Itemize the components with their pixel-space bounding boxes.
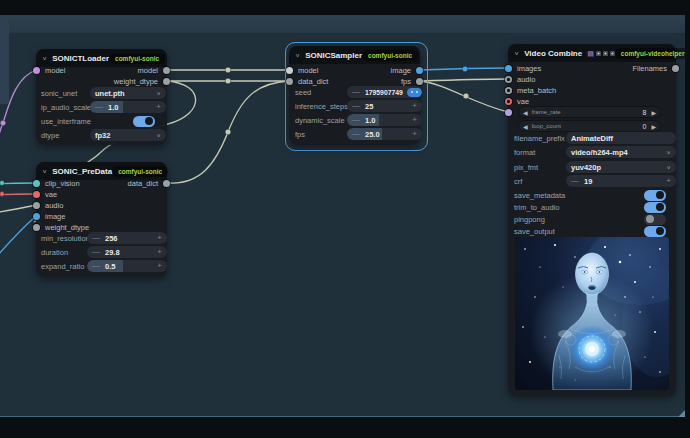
output-data-dict[interactable]: data_dict — [128, 178, 170, 188]
socket-dot[interactable] — [505, 98, 512, 105]
widget-trim-to-audio[interactable]: trim_to_audio — [514, 201, 670, 213]
chevron-down-icon[interactable]: ∨ — [156, 132, 161, 138]
chevron-down-icon[interactable]: ∨ — [156, 90, 161, 96]
decrement-icon[interactable]: — — [95, 102, 103, 112]
collapse-icon[interactable]: ∨ — [514, 50, 519, 56]
output-image[interactable]: image — [391, 65, 423, 75]
output-fps[interactable]: fps — [401, 76, 423, 86]
triangle-right-icon[interactable]: ▶ — [651, 109, 656, 116]
input-image[interactable]: image — [33, 211, 65, 221]
input-frame-rate-socket[interactable] — [505, 107, 517, 117]
increment-icon[interactable]: + — [156, 102, 161, 112]
socket-dot[interactable] — [163, 78, 170, 85]
node-video-combine[interactable]: ∨ Video Combine ▤ comfyui-videohelpersui… — [508, 44, 676, 396]
widget-crf[interactable]: crf — 19 + — [514, 175, 670, 187]
widget-ip-audio-scale[interactable]: ip_audio_scale — 1.0 + — [41, 101, 161, 113]
socket-dot[interactable] — [286, 78, 293, 85]
socket-dot[interactable] — [33, 202, 40, 209]
widget-pingpong[interactable]: pingpong — [514, 213, 670, 225]
decrement-icon[interactable]: — — [92, 247, 100, 257]
increment-icon[interactable]: + — [157, 261, 162, 271]
output-filenames[interactable]: Filenames — [632, 63, 679, 73]
input-model[interactable]: model — [286, 65, 318, 75]
input-clip-vision[interactable]: clip_vision — [33, 178, 80, 188]
widget-fps[interactable]: fps — 25.0 + — [295, 128, 416, 140]
node-header[interactable]: ∨ SONICSampler comfyui-sonic — [289, 46, 420, 64]
decrement-icon[interactable]: — — [92, 233, 100, 243]
socket-dot[interactable] — [33, 213, 40, 220]
decrement-icon[interactable]: — — [571, 176, 579, 186]
input-audio[interactable]: audio — [33, 200, 63, 210]
increment-icon[interactable]: + — [157, 247, 162, 257]
socket-dot[interactable] — [33, 191, 40, 198]
widget-min-resolution[interactable]: min_resolution — 256 + — [41, 232, 162, 244]
socket-dot[interactable] — [33, 224, 40, 231]
decrement-icon[interactable]: — — [352, 129, 360, 139]
toggle-switch[interactable] — [133, 116, 155, 127]
chevron-down-icon[interactable]: ∨ — [666, 164, 671, 170]
triangle-left-icon[interactable]: ◀ — [523, 109, 528, 116]
input-vae[interactable]: vae — [505, 96, 529, 106]
triangle-left-icon[interactable]: ◀ — [523, 123, 528, 130]
widget-save-output[interactable]: save_output — [514, 225, 670, 237]
socket-dot[interactable] — [672, 65, 679, 72]
socket-dot[interactable] — [505, 87, 512, 94]
node-sonic-predata[interactable]: ∨ SONIC_PreData comfyui-sonic clip_visio… — [36, 162, 167, 277]
socket-dot[interactable] — [286, 67, 293, 74]
node-header[interactable]: ∨ Video Combine ▤ comfyui-videohelpersui… — [508, 44, 676, 62]
widget-dynamic-scale[interactable]: dynamic_scale — 1.0 + — [295, 114, 416, 126]
socket-dot[interactable] — [416, 67, 423, 74]
widget-filename-prefix[interactable]: filename_prefix AnimateDiff — [514, 132, 670, 144]
input-data-dict[interactable]: data_dict — [286, 76, 328, 86]
increment-icon[interactable]: + — [412, 129, 417, 139]
widget-sonic-unet[interactable]: sonic_unet unet.pth ∨ — [41, 87, 161, 99]
toggle-switch[interactable] — [644, 214, 666, 225]
collapse-icon[interactable]: ∨ — [42, 168, 47, 174]
increment-icon[interactable]: + — [412, 101, 417, 111]
input-audio[interactable]: audio — [505, 74, 535, 84]
widget-dtype[interactable]: dtype fp32 ∨ — [41, 129, 161, 141]
widget-loop-count[interactable]: ◀ loop_count 0 ▶ — [518, 120, 661, 132]
decrement-icon[interactable]: — — [352, 87, 360, 97]
decrement-icon[interactable]: — — [352, 101, 360, 111]
socket-dot[interactable] — [505, 109, 512, 116]
socket-dot[interactable] — [505, 76, 512, 83]
input-meta-batch[interactable]: meta_batch — [505, 85, 556, 95]
input-vae[interactable]: vae — [33, 189, 57, 199]
output-model[interactable]: model — [138, 65, 170, 75]
triangle-right-icon[interactable]: ▶ — [651, 123, 656, 130]
node-sonicsampler[interactable]: ∨ SONICSampler comfyui-sonic model data_… — [289, 46, 420, 145]
output-weight-dtype[interactable]: weight_dtype — [114, 76, 170, 86]
socket-dot[interactable] — [163, 67, 170, 74]
input-weight-dtype[interactable]: weight_dtype — [33, 222, 89, 232]
socket-dot[interactable] — [505, 65, 512, 72]
node-graph-canvas[interactable]: ∨ SONICTLoader comfyui-sonic model model… — [0, 15, 685, 417]
widget-inference-steps[interactable]: inference_steps — 25 + — [295, 100, 416, 112]
increment-icon[interactable]: + — [412, 115, 417, 125]
resize-corner-handle[interactable] — [678, 410, 685, 417]
toggle-switch[interactable] — [644, 226, 666, 237]
randomize-seed-icon[interactable] — [407, 88, 422, 97]
collapse-icon[interactable]: ∨ — [42, 55, 47, 61]
status-dot-icon[interactable] — [603, 51, 608, 56]
node-sonictloader[interactable]: ∨ SONICTLoader comfyui-sonic model model… — [36, 49, 167, 145]
input-model[interactable]: model — [33, 65, 65, 75]
toggle-switch[interactable] — [644, 202, 666, 213]
widget-duration[interactable]: duration — 29.8 + — [41, 246, 162, 258]
widget-pix-fmt[interactable]: pix_fmt yuv420p ∨ — [514, 161, 670, 173]
widget-use-interframe[interactable]: use_interframe — [41, 115, 161, 127]
widget-seed[interactable]: seed — 1795907749 + — [295, 86, 416, 98]
increment-icon[interactable]: + — [666, 176, 671, 186]
socket-dot[interactable] — [33, 180, 40, 187]
socket-dot[interactable] — [33, 67, 40, 74]
decrement-icon[interactable]: — — [352, 115, 360, 125]
widget-save-metadata[interactable]: save_metadata — [514, 189, 670, 201]
increment-icon[interactable]: + — [157, 233, 162, 243]
layers-icon[interactable]: ▤ — [587, 50, 594, 57]
socket-dot[interactable] — [416, 78, 423, 85]
widget-frame-rate[interactable]: ◀ frame_rate 8 ▶ — [518, 106, 661, 118]
chevron-down-icon[interactable]: ∨ — [666, 149, 671, 155]
collapse-icon[interactable]: ∨ — [295, 52, 300, 58]
widget-format[interactable]: format video/h264-mp4 ∨ — [514, 146, 670, 158]
widget-expand-ratio[interactable]: expand_ratio — 0.5 + — [41, 260, 162, 272]
